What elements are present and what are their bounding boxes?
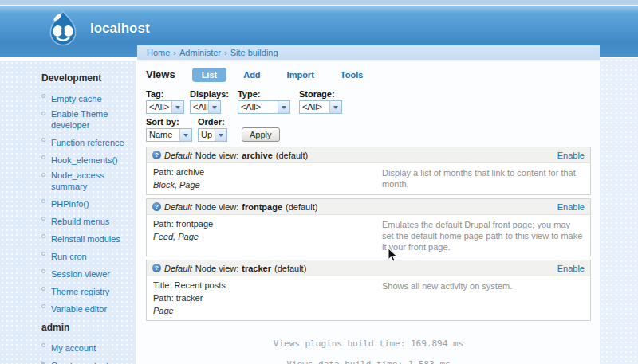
sidebar-link[interactable]: PHPinfo() [51,198,89,209]
tag-select-value: <All> [147,101,171,113]
enable-link[interactable]: Enable [557,202,585,212]
type-select[interactable]: <All> [238,100,290,114]
breadcrumb-link-administer[interactable]: Administer [179,48,221,57]
site-name-link[interactable]: localhost [90,21,150,37]
sidebar-heading-development: Development [41,72,136,84]
sidebar-link[interactable]: Enable Theme developer [51,108,134,131]
tab-tools[interactable]: Tools [331,68,373,82]
filters-row-2: Sort by: Name Order: Up Apply [146,117,591,142]
view-detail: Path: tracker [153,292,382,304]
type-select-value: <All> [238,101,278,113]
displays-filter-label: Displays: [190,89,229,99]
help-icon[interactable]: ? [152,264,161,272]
breadcrumb-link-site-building[interactable]: Site building [230,48,278,57]
view-type-label: Node view: [195,202,238,212]
displays-select[interactable]: <All> [190,100,221,114]
sidebar-link[interactable]: Theme registry [51,286,109,297]
apply-button[interactable]: Apply [242,127,280,142]
sidebar-link[interactable]: Create content [51,360,108,364]
type-filter-label: Type: [238,89,290,99]
sidebar-link[interactable]: Function reference [51,137,124,148]
view-suffix: (default) [274,264,306,273]
dropdown-arrow-icon [179,129,191,141]
view-default-flag: Default [164,264,192,273]
tab-add[interactable]: Add [234,68,270,82]
enable-link[interactable]: Enable [557,264,585,273]
circle-bullet-icon [41,217,45,221]
views-list: ? Default Node view: archive (default) E… [146,147,591,321]
circle-bullet-icon [41,94,45,98]
view-detail: Path: archive [153,166,382,178]
sort-by-label: Sort by: [146,117,192,127]
dropdown-arrow-icon [329,101,341,113]
sidebar-link[interactable]: My account [51,342,96,354]
sidebar-item-create-content: Create content [41,358,136,364]
circle-bullet-icon [41,252,45,256]
filters-row-1: Tag: <All> Displays: <All> Type: [146,89,591,114]
sidebar-section-admin: admin My account Create content Administ… [0,322,136,364]
help-icon[interactable]: ? [152,202,161,211]
order-select[interactable]: Up [198,128,227,142]
sidebar-item-hook-elements: Hook_elements() [41,152,136,166]
tag-filter-label: Tag: [146,89,184,99]
dropdown-arrow-icon [278,101,289,113]
enable-link[interactable]: Enable [557,151,585,160]
breadcrumb-link-home[interactable]: Home [147,48,170,57]
sidebar-link[interactable]: Hook_elements() [51,155,118,166]
sidebar-link[interactable]: Rebuild menus [51,216,109,227]
view-displays: Feed, Page [153,230,382,243]
view-description: Display a list of months that link to co… [382,166,584,191]
sidebar-heading-admin: admin [41,322,136,333]
sort-by-select[interactable]: Name [146,128,192,142]
dropdown-arrow-icon [171,101,183,113]
storage-filter-label: Storage: [299,89,342,99]
view-default-flag: Default [164,202,192,212]
right-page-margin [600,58,638,364]
sidebar-item-reinstall-modules: Reinstall modules [41,231,136,245]
view-displays: Page [153,304,382,317]
build-time-stats: Views plugins build time: 169.894 ms Vie… [146,339,591,364]
page-title: Views [146,68,175,80]
sort-by-select-value: Name [147,129,179,141]
circle-bullet-icon [41,269,45,273]
triangle-right-icon [41,361,45,364]
sidebar-item-variable-editor: Variable editor [41,301,136,315]
sidebar-item-phpinfo: PHPinfo() [41,196,136,210]
order-select-value: Up [199,129,215,141]
sidebar-item-enable-theme-developer: Enable Theme developer [41,108,136,131]
view-row-tracker: ? Default Node view: tracker (default) E… [146,260,591,321]
sidebar-link[interactable]: Session viewer [51,268,110,280]
sidebar-link[interactable]: Empty cache [51,93,102,104]
circle-bullet-icon [41,173,45,177]
main-content-panel: Home›Administer›Site building Views List… [137,45,600,364]
tag-select[interactable]: <All> [146,100,184,114]
data-build-time: Views data build time: 1.583 ms [146,359,591,364]
help-icon[interactable]: ? [152,151,161,159]
view-description: Emulates the default Drupal front page; … [382,217,584,252]
displays-select-value: <All> [191,101,208,113]
sidebar-link[interactable]: Node_access summary [51,170,134,192]
tab-list[interactable]: List [192,68,227,82]
sidebar-section-development: Development Empty cache Enable Theme dev… [0,72,136,315]
breadcrumb-separator: › [221,48,230,57]
sidebar-item-session-viewer: Session viewer [41,266,136,280]
sidebar-item-theme-registry: Theme registry [41,284,136,298]
view-description: Shows all new activity on system. [382,279,584,317]
dropdown-arrow-icon [208,101,220,113]
sidebar-link[interactable]: Reinstall modules [51,233,120,245]
view-default-flag: Default [164,151,192,160]
view-displays: Block, Page [153,178,382,191]
sidebar-link[interactable]: Run cron [51,251,87,262]
view-type-label: Node view: [195,151,238,160]
circle-bullet-icon [41,234,45,238]
drupal-logo-icon [43,10,83,50]
dropdown-arrow-icon [215,129,226,141]
sidebar-item-my-account: My account [41,340,136,354]
tab-import[interactable]: Import [278,68,324,82]
sidebar-item-rebuild-menus: Rebuild menus [41,213,136,228]
view-row-archive: ? Default Node view: archive (default) E… [146,147,591,195]
view-name: archive [242,151,273,160]
circle-bullet-icon [41,138,45,142]
sidebar-link[interactable]: Variable editor [51,303,107,315]
storage-select[interactable]: <All> [299,100,342,114]
